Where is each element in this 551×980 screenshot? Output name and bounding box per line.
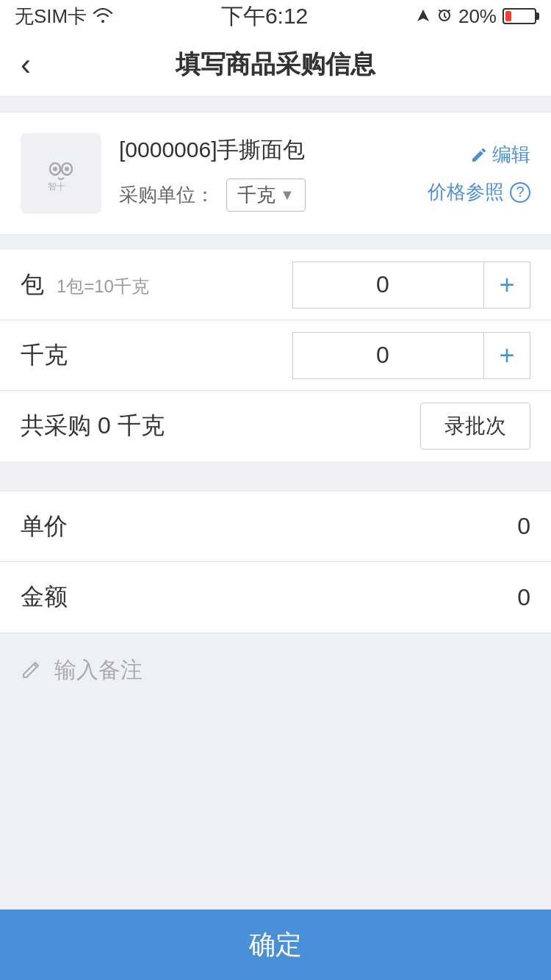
bag-plus-button[interactable]: + bbox=[483, 262, 530, 309]
battery-icon bbox=[503, 8, 536, 24]
product-image: 智十 bbox=[21, 133, 101, 214]
edit-button[interactable]: 编辑 bbox=[470, 142, 530, 167]
unit-label: 采购单位： bbox=[119, 182, 215, 208]
price-ref-button[interactable]: 价格参照 ? bbox=[428, 179, 530, 205]
status-bar: 无SIM卡 下午6:12 20% bbox=[0, 0, 551, 32]
alarm-icon bbox=[436, 5, 453, 28]
help-icon: ? bbox=[510, 182, 530, 203]
remark-placeholder: 输入备注 bbox=[54, 655, 143, 685]
svg-text:智十: 智十 bbox=[48, 181, 65, 192]
status-bar-right: 20% bbox=[416, 5, 536, 28]
carrier-text: 无SIM卡 bbox=[15, 4, 87, 29]
svg-point-5 bbox=[65, 167, 69, 171]
confirm-button[interactable]: 确定 bbox=[0, 909, 551, 980]
back-button[interactable]: ‹ bbox=[21, 49, 31, 80]
kg-quantity-input[interactable] bbox=[292, 332, 483, 379]
kg-plus-button[interactable]: + bbox=[483, 332, 530, 379]
product-info: [0000006]手撕面包 采购单位： 千克 ▼ bbox=[119, 135, 306, 212]
record-batch-button[interactable]: 录批次 bbox=[420, 403, 530, 450]
bag-label: 包 1包=10千克 bbox=[21, 269, 149, 301]
kg-input-row: 千克 + bbox=[0, 320, 551, 391]
status-bar-time: 下午6:12 bbox=[221, 1, 308, 32]
remark-section[interactable]: 输入备注 bbox=[0, 633, 551, 883]
section-divider-2 bbox=[0, 461, 551, 476]
battery-percent: 20% bbox=[458, 5, 497, 28]
price-ref-label: 价格参照 bbox=[428, 179, 504, 205]
product-left: 智十 [0000006]手撕面包 采购单位： 千克 ▼ bbox=[21, 133, 306, 214]
bag-input-row: 包 1包=10千克 + bbox=[0, 250, 551, 320]
pencil-icon bbox=[21, 658, 43, 685]
amount-value: 0 bbox=[517, 584, 530, 611]
amount-label: 金额 bbox=[21, 581, 68, 613]
kg-label: 千克 bbox=[21, 339, 109, 372]
kg-input-right: + bbox=[292, 332, 530, 379]
product-owl-icon: 智十 bbox=[39, 148, 83, 199]
product-right: 编辑 价格参照 ? bbox=[428, 142, 530, 205]
location-icon bbox=[416, 5, 431, 28]
bag-quantity-input[interactable] bbox=[292, 262, 483, 309]
unit-value: 千克 bbox=[237, 182, 276, 208]
unit-price-label: 单价 bbox=[21, 511, 68, 543]
bag-sub-label: 1包=10千克 bbox=[57, 276, 149, 296]
unit-price-value: 0 bbox=[517, 513, 530, 540]
unit-badge[interactable]: 千克 ▼ bbox=[226, 179, 306, 212]
unit-price-row: 单价 0 bbox=[0, 491, 551, 562]
page-title: 填写商品采购信息 bbox=[176, 48, 375, 82]
bag-input-right: + bbox=[292, 262, 530, 309]
product-unit-row: 采购单位： 千克 ▼ bbox=[119, 179, 306, 212]
product-card: 智十 [0000006]手撕面包 采购单位： 千克 ▼ 编辑 价格参照 ? bbox=[0, 112, 551, 235]
total-purchase-text: 共采购 0 千克 bbox=[21, 410, 165, 442]
info-section: 单价 0 金额 0 bbox=[0, 491, 551, 633]
summary-row: 共采购 0 千克 录批次 bbox=[0, 391, 551, 461]
product-name: [0000006]手撕面包 bbox=[119, 135, 306, 165]
amount-row: 金额 0 bbox=[0, 562, 551, 633]
wifi-icon bbox=[93, 5, 113, 28]
section-divider-1 bbox=[0, 235, 551, 250]
input-section: 包 1包=10千克 + 千克 + 共采购 0 千克 录批次 bbox=[0, 250, 551, 461]
unit-dropdown-arrow: ▼ bbox=[280, 187, 295, 203]
status-bar-left: 无SIM卡 bbox=[15, 4, 113, 29]
nav-bar: ‹ 填写商品采购信息 bbox=[0, 32, 551, 97]
svg-point-4 bbox=[53, 167, 57, 171]
